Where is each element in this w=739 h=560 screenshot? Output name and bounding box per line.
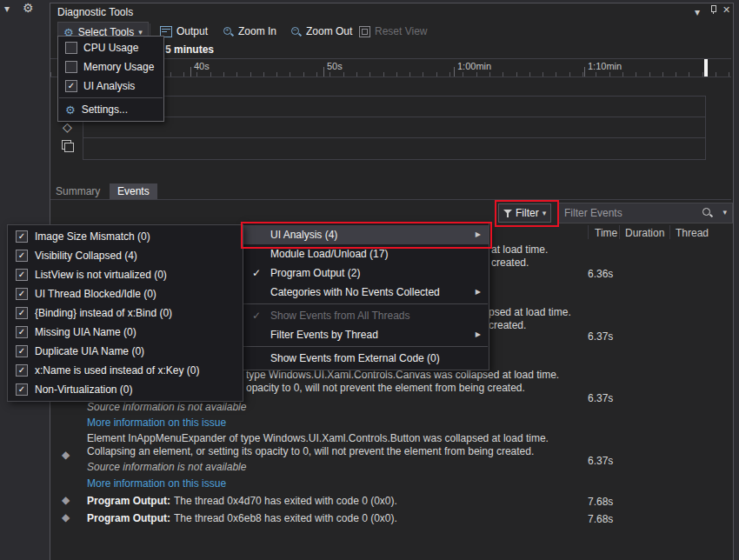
- filter-funnel-icon: [503, 209, 512, 217]
- filter-menu-item-program-output[interactable]: ✓ Program Output (2): [243, 263, 489, 283]
- more-information-link[interactable]: More information on this issue: [87, 417, 226, 429]
- ruler-tick-label: 1:10min: [588, 61, 622, 71]
- event-category-label: Program Output:: [87, 495, 170, 507]
- reset-view-label: Reset View: [375, 25, 427, 37]
- filter-menu-item-filter-by-thread[interactable]: Filter Events by Thread ▶: [243, 325, 489, 344]
- filter-menu-item-show-all-threads: ✓ Show Events from All Threads: [243, 306, 489, 325]
- menu-item-cpu-usage[interactable]: CPU Usage: [58, 38, 163, 57]
- zoom-in-icon: +: [223, 26, 234, 37]
- checkbox-unchecked[interactable]: [65, 42, 77, 54]
- column-header-time[interactable]: Time: [595, 227, 617, 239]
- menu-item-label: Program Output (2): [270, 267, 360, 279]
- filter-menu-item-module-load-unload[interactable]: Module Load/Unload (17): [243, 244, 489, 263]
- menu-item-label: CPU Usage: [83, 42, 138, 54]
- submenu-item-xname-instead-xkey[interactable]: ✓ x:Name is used instead of x:Key (0): [8, 361, 243, 380]
- submenu-item-visibility-collapsed[interactable]: ✓ Visibility Collapsed (4): [8, 246, 243, 265]
- column-header-duration[interactable]: Duration: [625, 227, 664, 239]
- gear-icon: ⚙: [65, 104, 76, 116]
- menu-item-memory-usage[interactable]: Memory Usage: [58, 57, 163, 77]
- event-text: Program Output:The thread 0x4d70 has exi…: [87, 495, 397, 507]
- filter-menu-item-external-code[interactable]: Show Events from External Code (0): [243, 349, 489, 368]
- ruler-tick: [190, 67, 191, 77]
- pin-icon[interactable]: [709, 4, 717, 15]
- event-text: type Windows.UI.Xaml.Controls.Canvas was…: [246, 369, 559, 381]
- ruler-tick: [454, 67, 455, 77]
- reset-view-icon: [359, 26, 370, 37]
- tab-summary[interactable]: Summary: [56, 185, 100, 197]
- window-title: Diagnostic Tools: [57, 6, 133, 18]
- checkbox-checked[interactable]: ✓: [16, 345, 28, 357]
- menu-item-label: Module Load/Unload (17): [270, 248, 388, 260]
- checkbox-checked[interactable]: ✓: [16, 250, 28, 262]
- tab-events[interactable]: Events: [110, 183, 157, 199]
- submenu-item-binding-instead-xbind[interactable]: ✓ {Binding} instead of x:Bind (0): [8, 303, 243, 323]
- chevron-down-icon: ▾: [543, 210, 547, 217]
- timeline-position-marker[interactable]: [704, 59, 708, 77]
- settings-gear-icon[interactable]: ⚙: [23, 2, 34, 14]
- checkbox-checked[interactable]: ✓: [65, 80, 77, 92]
- menu-separator: [59, 97, 163, 98]
- plus-icon: +: [225, 27, 230, 34]
- submenu-item-ui-thread-blocked[interactable]: ✓ UI Thread Blocked/Idle (0): [8, 284, 243, 303]
- event-time: 6.37s: [588, 330, 613, 343]
- window-menu-icon[interactable]: ▾: [695, 7, 700, 17]
- event-text: Collapsing an element, or setting its op…: [87, 445, 534, 457]
- track-divider: [83, 117, 705, 117]
- zoom-out-button[interactable]: − Zoom Out: [285, 22, 357, 41]
- menu-item-ui-analysis[interactable]: ✓ UI Analysis: [58, 77, 163, 96]
- checkbox-checked[interactable]: ✓: [16, 326, 28, 338]
- event-marker-icon: ◆: [62, 511, 70, 523]
- event-message: The thread 0x4d70 has exited with code 0…: [174, 495, 397, 507]
- submenu-item-missing-uia-name[interactable]: ✓ Missing UIA Name (0): [8, 323, 243, 342]
- check-icon: ✓: [252, 263, 261, 283]
- panel-dropdown-icon[interactable]: ▾: [4, 3, 10, 14]
- filter-item-label: {Binding} instead of x:Bind (0): [35, 307, 172, 319]
- filter-menu-item-categories-no-events[interactable]: Categories with No Events Collected ▶: [243, 283, 489, 302]
- submenu-item-image-size-mismatch[interactable]: ✓ Image Size Mismatch (0): [8, 227, 243, 246]
- tabs-divider: [50, 199, 731, 200]
- checkbox-checked[interactable]: ✓: [16, 383, 28, 396]
- column-separator: [588, 225, 589, 239]
- ruler-tick: [584, 67, 585, 77]
- event-text-fragment: at load time.: [491, 243, 548, 256]
- submenu-item-duplicate-uia-name[interactable]: ✓ Duplicate UIA Name (0): [8, 342, 243, 361]
- event-text-fragment: created.: [489, 319, 526, 331]
- checkbox-checked[interactable]: ✓: [16, 269, 28, 281]
- event-marker-icon: ◆: [62, 494, 70, 506]
- filter-button[interactable]: Filter ▾: [498, 203, 551, 223]
- reset-view-button[interactable]: Reset View: [354, 22, 432, 41]
- close-icon[interactable]: ✕: [722, 5, 730, 15]
- submenu-arrow-icon: ▶: [476, 283, 481, 302]
- search-dropdown-icon[interactable]: ▾: [722, 209, 727, 217]
- submenu-arrow-icon: ▶: [476, 325, 481, 344]
- checkbox-checked[interactable]: ✓: [16, 230, 28, 243]
- event-source-info: Source information is not available: [87, 461, 246, 473]
- filter-item-label: Non-Virtualization (0): [35, 383, 133, 396]
- menu-item-label: Show Events from All Threads: [270, 310, 410, 322]
- menu-item-label: UI Analysis: [83, 80, 135, 92]
- filter-item-label: UI Thread Blocked/Idle (0): [35, 288, 156, 300]
- filter-item-label: ListView is not virtualized (0): [35, 269, 167, 281]
- timeline-track-grid: [83, 96, 706, 160]
- submenu-item-non-virtualization[interactable]: ✓ Non-Virtualization (0): [8, 380, 243, 399]
- more-information-link[interactable]: More information on this issue: [87, 477, 226, 490]
- event-time: 6.37s: [588, 455, 613, 467]
- menu-item-settings[interactable]: ⚙ Settings...: [58, 100, 163, 119]
- minus-icon: −: [293, 27, 297, 34]
- event-text: Program Output:The thread 0x6eb8 has exi…: [87, 512, 397, 524]
- checkbox-unchecked[interactable]: [65, 61, 77, 73]
- column-header-thread[interactable]: Thread: [676, 227, 709, 239]
- submenu-item-listview-not-virtualized[interactable]: ✓ ListView is not virtualized (0): [8, 265, 243, 284]
- filter-item-label: Missing UIA Name (0): [35, 326, 136, 338]
- event-time: 6.36s: [588, 268, 613, 280]
- column-separator: [619, 225, 620, 239]
- checkbox-checked[interactable]: ✓: [16, 364, 28, 377]
- filter-menu-item-ui-analysis[interactable]: UI Analysis (4) ▶: [243, 225, 489, 244]
- filter-item-label: Visibility Collapsed (4): [35, 250, 137, 262]
- event-time: 7.68s: [588, 513, 613, 525]
- session-length-label: 5 minutes: [165, 43, 214, 56]
- zoom-in-button[interactable]: + Zoom In: [217, 22, 282, 41]
- checkbox-checked[interactable]: ✓: [16, 307, 28, 319]
- checkbox-checked[interactable]: ✓: [16, 288, 28, 300]
- zoom-out-label: Zoom Out: [306, 25, 352, 37]
